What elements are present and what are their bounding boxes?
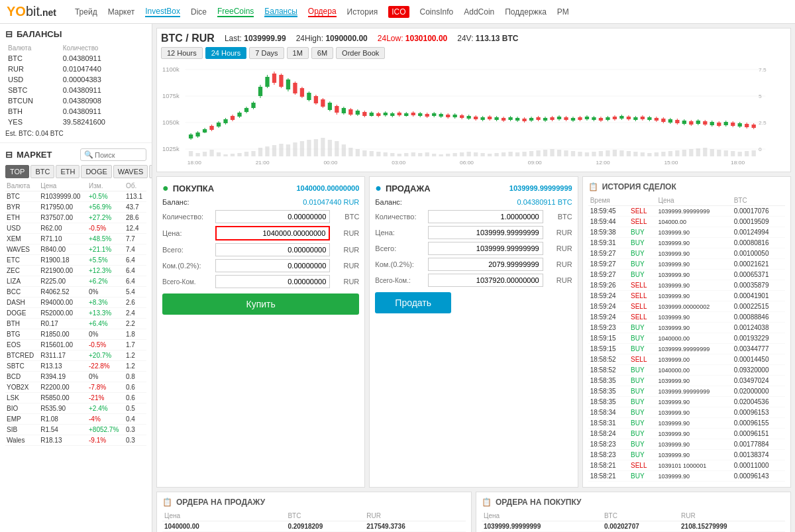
time-tab-7d[interactable]: 7 Days xyxy=(249,47,284,59)
svg-rect-16 xyxy=(244,152,248,156)
history-icon: 📋 xyxy=(588,182,598,191)
coin-row[interactable]: Wales R18.13 -9.1% 0.3 xyxy=(5,435,146,446)
coin-row[interactable]: EMP R1.08 -4% 0.4 xyxy=(5,414,146,425)
market-tab-waves[interactable]: WAVES xyxy=(113,165,148,178)
coin-row[interactable]: DASH R94000.00 +8.3% 2.6 xyxy=(5,297,146,308)
coin-col-vol: Об. xyxy=(125,181,146,191)
buy-total-input[interactable] xyxy=(215,243,330,256)
vol-stat: 24V: 113.13 BTC xyxy=(457,34,518,43)
buy-price-input[interactable] xyxy=(215,226,330,240)
coin-row[interactable]: BTCRED R311.17 +20.7% 1.2 xyxy=(5,350,146,361)
coin-col-price: Цена xyxy=(39,181,87,191)
svg-rect-231 xyxy=(675,120,679,123)
coin-row[interactable]: DOGE R52000.00 +13.3% 2.4 xyxy=(5,308,146,319)
nav-dice[interactable]: Dice xyxy=(191,7,207,17)
market-tab-top[interactable]: TOP xyxy=(5,165,29,178)
search-box[interactable]: 🔍 xyxy=(80,148,146,161)
coin-row[interactable]: WAVES R840.00 +21.1% 7.4 xyxy=(5,244,146,255)
svg-rect-237 xyxy=(696,121,700,124)
coin-row[interactable]: LSK R5850.00 -21% 0.6 xyxy=(5,393,146,403)
coin-row[interactable]: SBTC R13.13 -22.8% 1.2 xyxy=(5,361,146,372)
svg-rect-101 xyxy=(223,119,227,123)
svg-rect-68 xyxy=(606,150,610,156)
market-tab-eth[interactable]: ETH xyxy=(56,165,80,178)
sell-price-input[interactable] xyxy=(428,226,543,239)
nav-pm[interactable]: PM xyxy=(557,7,569,17)
market-tab-btc[interactable]: BTC xyxy=(30,165,54,178)
svg-text:06:00: 06:00 xyxy=(460,160,474,166)
coin-row[interactable]: BYR R17950.00 +56.9% 43.7 xyxy=(5,202,146,213)
svg-rect-51 xyxy=(488,154,492,156)
time-tab-6m[interactable]: 6M xyxy=(311,47,333,59)
sell-button[interactable]: Продать xyxy=(375,292,451,313)
coin-row[interactable]: LIZA R225.00 +6.2% 6.4 xyxy=(5,276,146,287)
nav-orders[interactable]: Ордера xyxy=(308,7,337,17)
coin-row[interactable]: ETH R37507.00 +27.2% 28.6 xyxy=(5,213,146,223)
sell-fee-input[interactable] xyxy=(428,258,543,271)
balance-icon: ⊟ xyxy=(5,29,13,39)
coin-row[interactable]: USD R62.00 -0.5% 12.4 xyxy=(5,223,146,234)
time-tab-orderbook[interactable]: Order Book xyxy=(336,47,385,59)
svg-rect-60 xyxy=(550,149,554,156)
svg-rect-55 xyxy=(515,152,519,156)
svg-rect-52 xyxy=(494,153,498,156)
search-input[interactable] xyxy=(95,151,141,159)
sell-total-input[interactable] xyxy=(428,242,543,255)
nav-investbox[interactable]: InvestBox xyxy=(145,7,180,17)
time-tab-12h[interactable]: 12 Hours xyxy=(161,47,203,59)
nav-market[interactable]: Маркет xyxy=(108,7,135,17)
coin-row[interactable]: BTG R1850.00 0% 1.8 xyxy=(5,329,146,340)
svg-text:1100k: 1100k xyxy=(162,66,180,73)
nav-treyd[interactable]: Трейд xyxy=(75,7,97,17)
balance-row: SBTC0.04380911 xyxy=(5,85,146,95)
nav-support[interactable]: Поддержка xyxy=(505,7,547,17)
nav-freecoins[interactable]: FreeCoins xyxy=(217,7,254,17)
coin-row[interactable]: ETC R1900.18 +5.5% 6.4 xyxy=(5,255,146,266)
buy-orders-col-price: Цена xyxy=(482,511,602,521)
coin-row[interactable]: ZEC R21900.00 +12.3% 6.4 xyxy=(5,266,146,276)
coin-row[interactable]: YOB2X R2200.00 -7.8% 0.6 xyxy=(5,382,146,393)
coin-row[interactable]: SIB R1.54 +8052.7% 0.3 xyxy=(5,425,146,435)
coin-row[interactable]: BTH R0.17 +6.4% 2.2 xyxy=(5,319,146,329)
svg-rect-211 xyxy=(606,117,610,120)
history-row: 18:58:35 BUY 1039999.90 0.03497024 xyxy=(588,376,785,386)
history-row: 18:58:31 BUY 1039999.90 0.00096155 xyxy=(588,418,785,429)
nav-coinsinfo[interactable]: CoinsInfo xyxy=(420,7,454,17)
coin-row[interactable]: XEM R71.10 +48.5% 7.7 xyxy=(5,234,146,244)
chart-header: BTC / RUR Last: 1039999.99 24High: 10900… xyxy=(161,32,786,44)
svg-rect-63 xyxy=(571,151,575,156)
time-tab-24h[interactable]: 24 Hours xyxy=(205,47,247,59)
svg-rect-41 xyxy=(418,153,422,156)
buy-orders-panel: 📋 ОРДЕРА НА ПОКУПКУ Цена BTC RUR 1039999… xyxy=(476,492,791,532)
nav-addcoin[interactable]: AddCoin xyxy=(464,7,494,17)
svg-rect-17 xyxy=(251,151,255,156)
coin-row[interactable]: BCC R4062.52 0% 5.4 xyxy=(5,287,146,297)
nav-ico[interactable]: ICO xyxy=(388,6,409,18)
market-tab-doge[interactable]: DOGE xyxy=(81,165,111,178)
nav-balance[interactable]: Балансы xyxy=(264,7,297,17)
buy-price-field: Цена: RUR xyxy=(162,226,359,240)
svg-text:21:00: 21:00 xyxy=(256,160,270,166)
svg-rect-225 xyxy=(655,118,659,121)
coin-row[interactable]: BIO R535.90 +2.4% 0.5 xyxy=(5,403,146,414)
history-row: 18:59:27 BUY 1039999.90 0.00100050 xyxy=(588,248,785,259)
buy-fee-input[interactable] xyxy=(215,259,330,272)
sell-total-fee-input[interactable] xyxy=(428,274,543,287)
buy-button[interactable]: Купить xyxy=(162,293,359,315)
nav-history[interactable]: История xyxy=(347,7,378,17)
balance-row: BTH0.04380911 xyxy=(5,106,146,117)
svg-rect-67 xyxy=(599,151,603,156)
sell-qty-input[interactable] xyxy=(428,210,543,223)
buy-panel-title: ● ПОКУПКА 1040000.00000000 xyxy=(162,182,359,194)
buy-qty-input[interactable] xyxy=(215,210,330,223)
history-row: 18:59:23 BUY 1039999.90 0.00124038 xyxy=(588,323,785,333)
coin-row[interactable]: BCD R394.19 0% 0.8 xyxy=(5,372,146,382)
coin-row[interactable]: EOS R15601.00 -0.5% 1.7 xyxy=(5,340,146,350)
logo[interactable]: YObit.net xyxy=(7,4,56,19)
time-tab-1m[interactable]: 1M xyxy=(287,47,309,59)
svg-rect-171 xyxy=(467,116,471,119)
svg-rect-213 xyxy=(613,117,617,119)
svg-rect-223 xyxy=(647,117,651,120)
coin-row[interactable]: BTC R1039999.00 +0.5% 113.1 xyxy=(5,191,146,202)
buy-total-fee-input[interactable] xyxy=(215,275,330,288)
